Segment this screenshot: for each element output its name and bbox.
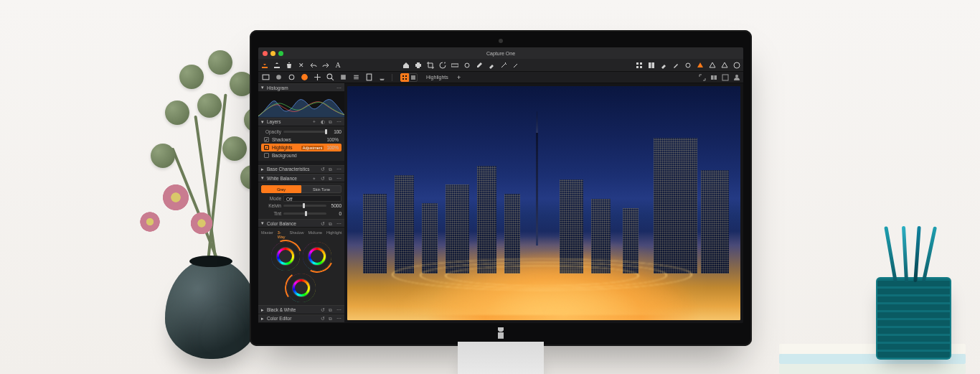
cb-tab[interactable]: Master — [261, 230, 273, 239]
breadcrumb-add-icon[interactable]: + — [456, 74, 463, 81]
user-icon[interactable] — [733, 74, 740, 81]
home-icon[interactable] — [402, 62, 410, 69]
image-viewer[interactable] — [344, 83, 743, 323]
panel-reset-icon[interactable]: ↺ — [321, 307, 326, 312]
magic-wand-icon[interactable] — [500, 62, 507, 69]
panel-head-bw[interactable]: ▸ Black & White ↺ ⧉ ⋯ — [258, 305, 344, 314]
focus-icon[interactable] — [733, 62, 740, 69]
layer-item[interactable]: HighlightsAdjustment100% — [261, 144, 341, 151]
panel-menu-icon[interactable]: ⋯ — [336, 316, 341, 321]
panel-copy-icon[interactable]: ⧉ — [329, 176, 334, 181]
eyedropper-icon[interactable] — [476, 62, 483, 69]
tooltab-metadata[interactable] — [364, 73, 373, 82]
panel-copy-icon[interactable]: ⧉ — [329, 307, 334, 312]
svg-rect-7 — [636, 66, 639, 68]
tooltab-capture[interactable] — [274, 73, 283, 82]
panel-head-ce[interactable]: ▸ Color Editor ↺ ⧉ ⋯ — [258, 314, 344, 323]
view-mode-browser[interactable] — [400, 73, 409, 82]
brush-icon[interactable] — [488, 62, 495, 69]
layer-item[interactable]: Background — [261, 151, 341, 159]
layer-visibility-checkbox[interactable] — [264, 153, 269, 158]
layer-copy-icon[interactable]: ⧉ — [329, 119, 334, 124]
scissors-icon[interactable]: ✕ — [298, 62, 305, 69]
ruler-icon[interactable] — [451, 62, 458, 69]
cb-wheel-highlight[interactable] — [287, 274, 316, 302]
panel-reset-icon[interactable]: ↺ — [321, 176, 326, 181]
shadow-warn-icon[interactable] — [709, 62, 716, 69]
tooltab-output[interactable] — [377, 73, 386, 82]
opacity-slider[interactable] — [283, 131, 326, 133]
tooltab-detail[interactable] — [326, 73, 334, 82]
wb-tab[interactable]: Grey — [261, 185, 301, 193]
viewer-mode-toggle[interactable] — [400, 73, 418, 82]
clone-icon[interactable] — [512, 62, 519, 69]
layer-visibility-checkbox[interactable] — [264, 137, 269, 142]
redo-icon[interactable] — [322, 62, 329, 69]
grid-view-icon[interactable] — [636, 62, 643, 69]
panel-head-cb[interactable]: ▾ Color Balance ↺ ⧉ ⋯ — [258, 219, 344, 228]
tooltab-library[interactable] — [261, 73, 270, 82]
export-icon[interactable] — [273, 62, 281, 69]
panel-copy-icon[interactable]: ⧉ — [329, 316, 334, 321]
panel-menu-icon[interactable]: ⋯ — [336, 176, 341, 181]
main-toolbar: ✕ A — [258, 59, 743, 72]
tooltab-adjust[interactable] — [352, 73, 360, 82]
highlight-warn-icon[interactable] — [697, 62, 704, 69]
alert-icon[interactable] — [721, 62, 728, 69]
crop-icon[interactable] — [427, 62, 434, 69]
wb-mode-select[interactable]: Off — [283, 195, 341, 202]
window-zoom-button[interactable] — [278, 51, 283, 56]
panel-menu-icon[interactable]: ⋯ — [336, 119, 341, 124]
trash-icon[interactable] — [286, 62, 293, 69]
tooltab-exposure[interactable] — [313, 73, 321, 82]
spot-icon[interactable] — [463, 62, 471, 69]
panel-copy-icon[interactable]: ⧉ — [329, 221, 334, 226]
tooltab-lens[interactable] — [287, 73, 296, 82]
undo-icon[interactable] — [310, 62, 317, 69]
import-icon[interactable] — [261, 62, 268, 69]
panel-copy-icon[interactable]: ⧉ — [329, 167, 334, 172]
layer-visibility-checkbox[interactable] — [264, 145, 269, 150]
print-icon[interactable] — [415, 62, 422, 69]
circle-icon[interactable] — [684, 62, 692, 69]
wb-tab[interactable]: Skin Tone — [301, 185, 341, 193]
wb-kelvin-slider[interactable] — [283, 205, 326, 207]
panel-reset-icon[interactable]: ↺ — [321, 316, 326, 321]
layer-item[interactable]: Shadows100% — [261, 136, 341, 144]
tooltab-color[interactable] — [300, 73, 308, 82]
panel-menu-icon[interactable]: ⋯ — [336, 221, 341, 226]
view-mode-viewer[interactable] — [409, 73, 418, 82]
cb-tab[interactable]: Highlight — [326, 230, 341, 239]
before-after-icon[interactable] — [710, 74, 717, 81]
layer-add-icon[interactable]: + — [313, 119, 318, 124]
compare-icon[interactable] — [648, 62, 655, 69]
panel-head-wb[interactable]: ▾ White Balance ⌖ ↺ ⧉ ⋯ — [258, 174, 344, 182]
panel-reset-icon[interactable]: ↺ — [321, 167, 326, 172]
panel-head-histogram[interactable]: ▾ Histogram ⋯ — [258, 83, 344, 92]
cb-wheel-shadow[interactable] — [271, 242, 300, 271]
panel-reset-icon[interactable]: ↺ — [321, 221, 326, 226]
panel-head-layers[interactable]: ▾ Layers + ◐ ⧉ ⋯ — [258, 118, 344, 126]
wb-tint-slider[interactable] — [283, 212, 326, 215]
cb-wheel-midtone[interactable] — [303, 242, 331, 271]
tooltab-local[interactable] — [339, 73, 347, 82]
window-close-button[interactable] — [263, 51, 268, 56]
rotate-icon[interactable] — [439, 62, 446, 69]
panel-head-base[interactable]: ▸ Base Characteristics ↺ ⧉ ⋯ — [258, 165, 344, 174]
window-minimize-button[interactable] — [270, 51, 275, 56]
cb-tab[interactable]: Shadow — [290, 230, 304, 239]
brush-tool-icon[interactable] — [660, 62, 667, 69]
cb-tab[interactable]: 3-Way — [278, 230, 286, 239]
panel-menu-icon[interactable]: ⋯ — [336, 85, 341, 90]
expand-icon[interactable] — [699, 74, 706, 81]
layer-mask-icon[interactable]: ◐ — [321, 119, 326, 124]
text-icon[interactable]: A — [334, 62, 341, 69]
panel-menu-icon[interactable]: ⋯ — [336, 167, 341, 172]
fit-icon[interactable] — [722, 74, 729, 81]
panel-menu-icon[interactable]: ⋯ — [336, 307, 341, 312]
svg-rect-6 — [640, 62, 642, 65]
eyedropper-icon[interactable]: ⌖ — [313, 176, 318, 181]
cb-tab[interactable]: Midtone — [308, 230, 323, 239]
pen-tool-icon[interactable] — [672, 62, 679, 69]
svg-rect-21 — [405, 75, 407, 77]
